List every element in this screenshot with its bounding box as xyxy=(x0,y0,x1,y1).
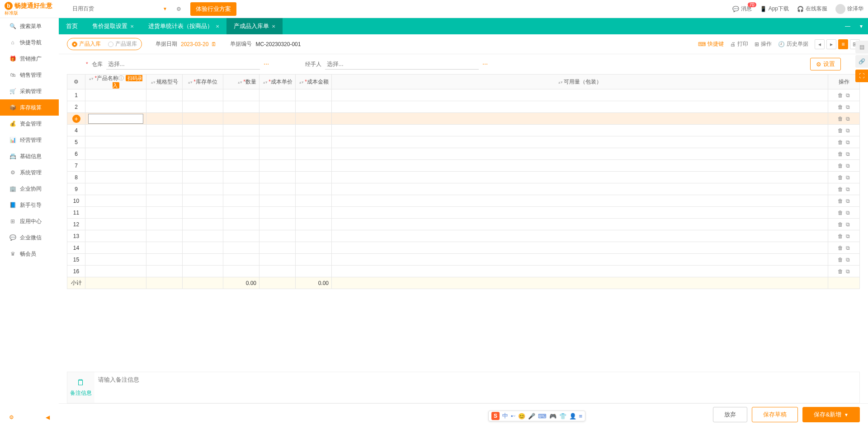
sidebar-item[interactable]: 💬企业微信 xyxy=(0,229,59,246)
discard-button[interactable]: 放弃 xyxy=(713,407,747,422)
rail-btn-2[interactable]: 🔗 xyxy=(855,55,868,68)
tab[interactable]: 产成品入库单✕ xyxy=(226,18,283,34)
sidebar-item[interactable]: 📦库存核算 xyxy=(0,99,59,116)
delete-icon[interactable]: 🗑 xyxy=(838,174,843,181)
delete-icon[interactable]: 🗑 xyxy=(838,127,843,134)
delete-icon[interactable]: 🗑 xyxy=(838,210,843,216)
nav-prev[interactable]: ◂ xyxy=(815,39,825,49)
collapse-icon[interactable]: ◀ xyxy=(46,414,50,420)
delete-icon[interactable]: 🗑 xyxy=(838,104,843,110)
ime-icon[interactable]: 🎮 xyxy=(549,413,557,420)
copy-icon[interactable]: ⧉ xyxy=(846,139,850,145)
save-draft-button[interactable]: 保存草稿 xyxy=(752,407,798,422)
tab[interactable]: 进货单统计表（按商品）✕ xyxy=(141,18,226,34)
tab-menu[interactable]: ▾ xyxy=(854,23,868,29)
copy-icon[interactable]: ⧉ xyxy=(846,127,850,134)
ime-brand-icon[interactable]: S xyxy=(491,412,500,420)
close-icon[interactable]: ✕ xyxy=(216,24,219,29)
th-amount[interactable]: ▴▾*成本金额 xyxy=(296,75,332,89)
copy-icon[interactable]: ⧉ xyxy=(846,174,850,181)
calendar-icon[interactable]: 🗓 xyxy=(211,41,217,47)
sidebar-item[interactable]: 🎁营销推广 xyxy=(0,51,59,67)
rail-btn-1[interactable]: ▤ xyxy=(855,41,868,53)
table-row[interactable]: 13🗑⧉ xyxy=(67,230,860,242)
copy-icon[interactable]: ⧉ xyxy=(846,245,850,251)
shortcut-button[interactable]: ⌨快捷键 xyxy=(698,40,724,48)
close-icon[interactable]: ✕ xyxy=(272,24,275,29)
ime-icon[interactable]: 😊 xyxy=(518,413,525,420)
radio-product-in[interactable]: 产品入库 xyxy=(69,39,104,49)
copy-icon[interactable]: ⧉ xyxy=(846,210,850,216)
delete-icon[interactable]: 🗑 xyxy=(838,233,843,239)
sidebar-item[interactable]: 🔍搜索菜单 xyxy=(0,18,59,34)
ime-icon[interactable]: ≡ xyxy=(579,413,583,420)
copy-icon[interactable]: ⧉ xyxy=(846,233,850,239)
remark-input[interactable] xyxy=(94,372,859,403)
print-button[interactable]: 🖨打印 xyxy=(730,40,748,48)
close-icon[interactable]: ✕ xyxy=(130,24,134,29)
add-row-icon[interactable]: + xyxy=(72,115,80,123)
bill-date-value[interactable]: 2023-03-20 xyxy=(181,41,208,47)
table-row[interactable]: 8🗑⧉ xyxy=(67,172,860,183)
copy-icon[interactable]: ⧉ xyxy=(846,257,850,263)
delete-icon[interactable]: 🗑 xyxy=(838,186,843,192)
ime-icon[interactable]: •ᵕ xyxy=(511,413,515,420)
operate-button[interactable]: ⊞操作 xyxy=(755,40,772,48)
delete-icon[interactable]: 🗑 xyxy=(838,268,843,275)
radio-product-return[interactable]: 产品退库 xyxy=(105,39,140,49)
table-row[interactable]: 12🗑⧉ xyxy=(67,219,860,230)
tab[interactable]: 售价提取设置✕ xyxy=(85,18,141,34)
copy-icon[interactable]: ⧉ xyxy=(846,268,850,275)
experience-button[interactable]: 体验行业方案 xyxy=(190,2,236,16)
table-row[interactable]: 7🗑⧉ xyxy=(67,160,860,172)
delete-icon[interactable]: 🗑 xyxy=(838,139,843,145)
th-spec[interactable]: ▴▾规格型号 xyxy=(146,75,183,89)
ime-icon[interactable]: 👕 xyxy=(559,413,566,420)
copy-icon[interactable]: ⧉ xyxy=(846,116,850,122)
copy-icon[interactable]: ⧉ xyxy=(846,221,850,228)
save-new-button[interactable]: 保存&新增▼ xyxy=(802,407,860,422)
copy-icon[interactable]: ⧉ xyxy=(846,151,850,157)
messages-button[interactable]: 💬 消息 70 xyxy=(732,5,752,13)
th-price[interactable]: ▴▾*成本单价 xyxy=(259,75,296,89)
sidebar-item[interactable]: ♛畅会员 xyxy=(0,246,59,262)
settings-button[interactable]: ⚙设置 xyxy=(810,58,841,70)
th-unit[interactable]: ▴▾*库存单位 xyxy=(183,75,223,89)
table-row[interactable]: 16🗑⧉ xyxy=(67,266,860,277)
copy-icon[interactable]: ⧉ xyxy=(846,104,850,110)
table-row[interactable]: 2🗑⧉ xyxy=(67,101,860,113)
delete-icon[interactable]: 🗑 xyxy=(838,245,843,251)
table-row[interactable]: 9🗑⧉ xyxy=(67,183,860,195)
handler-lookup-icon[interactable]: ⋯ xyxy=(482,61,488,67)
table-row[interactable]: 5🗑⧉ xyxy=(67,136,860,148)
online-service-button[interactable]: 🎧 在线客服 xyxy=(797,5,827,13)
ime-lang[interactable]: 中 xyxy=(502,412,508,420)
table-row[interactable]: 6🗑⧉ xyxy=(67,148,860,160)
table-row[interactable]: 4🗑⧉ xyxy=(67,125,860,136)
delete-icon[interactable]: 🗑 xyxy=(838,151,843,157)
copy-icon[interactable]: ⧉ xyxy=(846,92,850,98)
tab[interactable]: 首页 xyxy=(59,18,85,34)
sidebar-item[interactable]: ⚙系统管理 xyxy=(0,164,59,181)
copy-icon[interactable]: ⧉ xyxy=(846,186,850,192)
table-row[interactable]: 14🗑⧉ xyxy=(67,242,860,254)
copy-icon[interactable]: ⧉ xyxy=(846,198,850,204)
copy-icon[interactable]: ⧉ xyxy=(846,163,850,169)
sidebar-item[interactable]: 📇基础信息 xyxy=(0,148,59,164)
th-product[interactable]: ▴▾*产品名称ⓘ 扫码录入 xyxy=(85,75,146,89)
delete-icon[interactable]: 🗑 xyxy=(838,92,843,98)
history-button[interactable]: 🕘历史单据 xyxy=(778,40,808,48)
view-list[interactable]: ≡ xyxy=(838,39,848,49)
user-menu[interactable]: 徐泽华 xyxy=(835,4,863,14)
table-row[interactable]: 10🗑⧉ xyxy=(67,195,860,207)
ime-icon[interactable]: 🎤 xyxy=(528,413,535,420)
table-row[interactable]: +🗑⧉ xyxy=(67,113,860,125)
product-input[interactable] xyxy=(88,114,143,124)
delete-icon[interactable]: 🗑 xyxy=(838,198,843,204)
sidebar-item[interactable]: 🏢企业协同 xyxy=(0,181,59,197)
warehouse-lookup-icon[interactable]: ⋯ xyxy=(264,61,269,67)
sidebar-item[interactable]: 📘新手引导 xyxy=(0,197,59,213)
tab-minimize[interactable]: — xyxy=(841,23,854,29)
delete-icon[interactable]: 🗑 xyxy=(838,163,843,169)
gear-icon[interactable]: ⚙ xyxy=(176,6,181,12)
